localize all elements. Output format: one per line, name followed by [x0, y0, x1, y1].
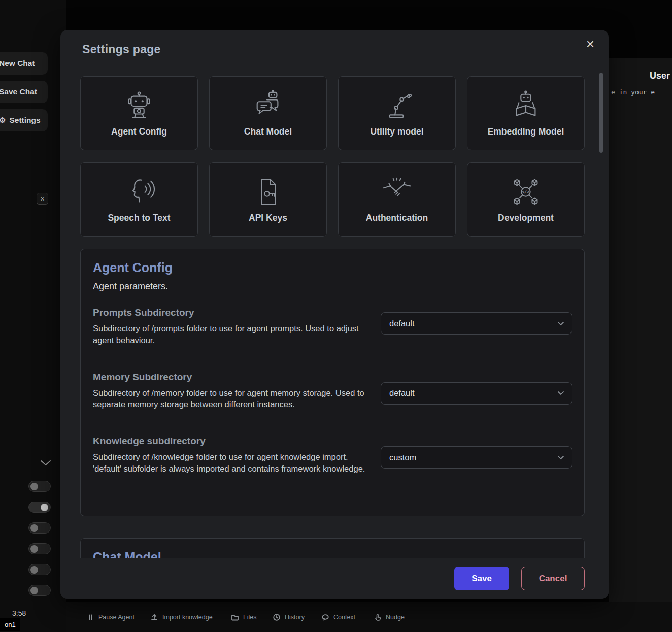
memory-subdirectory-select[interactable]: default: [381, 382, 572, 405]
chat-user-heading: User: [650, 71, 670, 81]
toolbar-label: Context: [333, 614, 355, 621]
settings-button[interactable]: ⚙ Settings: [0, 109, 48, 131]
sidebar-toggle[interactable]: [28, 585, 51, 596]
context-bubble-icon: [321, 613, 329, 621]
gear-icon: ⚙: [0, 116, 6, 125]
chat-panel: User e in your e: [609, 58, 672, 602]
sidebar-toggle[interactable]: [28, 522, 51, 534]
tab-label: Development: [498, 213, 554, 223]
tab-label: Agent Config: [111, 126, 167, 137]
toggle-knob: [30, 566, 38, 574]
svg-text:</>: </>: [522, 189, 530, 194]
toolbar-label: History: [285, 614, 305, 621]
tab-speech-to-text[interactable]: Speech to Text: [80, 162, 198, 237]
sidebar-close-icon[interactable]: ×: [37, 193, 48, 205]
pause-agent-button[interactable]: Pause Agent: [86, 602, 135, 632]
modal-footer: Save Cancel: [60, 558, 609, 599]
toolbar-label: Import knowledge: [162, 614, 213, 621]
chevron-down-icon[interactable]: [40, 459, 51, 468]
section-subtitle: Agent parameters.: [93, 281, 572, 292]
tab-label: Chat Model: [244, 126, 292, 137]
toggle-knob: [30, 524, 38, 532]
select-value: default: [389, 319, 415, 328]
new-chat-button[interactable]: New Chat: [0, 52, 48, 75]
context-button[interactable]: Context: [321, 602, 355, 632]
tab-authentication[interactable]: Authentication: [338, 162, 456, 237]
document-key-icon: [252, 176, 284, 208]
field-description: Subdirectory of /memory folder to use fo…: [93, 387, 375, 411]
import-knowledge-button[interactable]: Import knowledge: [150, 602, 213, 632]
pause-icon: [86, 613, 94, 621]
hand-icon: [374, 613, 382, 621]
tab-api-keys[interactable]: API Keys: [209, 162, 327, 237]
save-chat-label: Save Chat: [0, 87, 37, 96]
tab-label: Utility model: [370, 126, 423, 137]
field-label: Memory Subdirectory: [93, 372, 375, 383]
modal-scrollbar-thumb[interactable]: [599, 73, 603, 153]
corner-label: on1: [0, 618, 20, 631]
upload-icon: [150, 613, 158, 621]
close-glyph: ×: [40, 195, 44, 203]
nudge-button[interactable]: Nudge: [374, 602, 405, 632]
tab-agent-config[interactable]: Agent Config: [80, 76, 198, 150]
toggle-knob: [41, 504, 48, 511]
field-memory-subdirectory: Memory Subdirectory Subdirectory of /mem…: [93, 372, 572, 411]
robot-book-icon: [510, 90, 542, 121]
robot-icon: [123, 90, 155, 121]
clock-icon: [273, 613, 281, 621]
select-value: default: [389, 388, 415, 398]
sidebar-toggle[interactable]: [28, 502, 51, 513]
tab-label: Embedding Model: [488, 126, 564, 137]
handshake-icon: [381, 176, 413, 208]
toggle-knob: [30, 587, 38, 594]
chat-bubbles-icon: [252, 90, 284, 121]
app-root: New Chat Save Chat ⚙ Settings × 3:58 on1…: [0, 0, 672, 632]
chevron-down-icon: [557, 321, 564, 326]
tab-embedding-model[interactable]: Embedding Model: [467, 76, 585, 150]
settings-modal: Settings page × Agent Config: [60, 30, 609, 599]
knowledge-subdirectory-select[interactable]: custom: [381, 446, 572, 469]
clock-time: 3:58: [12, 609, 26, 617]
modal-title: Settings page: [82, 43, 161, 56]
chevron-down-icon: [557, 455, 564, 460]
toolbar-label: Nudge: [386, 614, 405, 621]
tab-label: API Keys: [249, 213, 287, 223]
files-button[interactable]: Files: [231, 602, 256, 632]
agent-config-section: Agent Config Agent parameters. Prompts S…: [80, 249, 585, 516]
sidebar-toggle[interactable]: [28, 481, 51, 492]
robot-arm-icon: [381, 90, 413, 121]
toggle-knob: [30, 483, 38, 490]
user-message-text: e in your e: [611, 88, 655, 96]
settings-label: Settings: [9, 116, 40, 125]
field-description: Subdirectory of /knowledge folder to use…: [93, 451, 375, 475]
tab-chat-model[interactable]: Chat Model: [209, 76, 327, 150]
section-title: Agent Config: [93, 260, 572, 275]
speech-profile-icon: [123, 176, 155, 208]
toolbar-label: Pause Agent: [98, 614, 135, 621]
field-prompts-subdirectory: Prompts Subdirectory Subdirectory of /pr…: [93, 307, 572, 346]
history-button[interactable]: History: [273, 602, 305, 632]
modal-close-icon[interactable]: ×: [586, 37, 594, 51]
sidebar-toggle[interactable]: [28, 543, 51, 554]
select-value: custom: [389, 453, 416, 462]
prompts-subdirectory-select[interactable]: default: [381, 312, 572, 335]
save-chat-button[interactable]: Save Chat: [0, 81, 48, 103]
tab-development[interactable]: </> Development: [467, 162, 585, 237]
toggle-knob: [30, 545, 38, 553]
cancel-button[interactable]: Cancel: [521, 567, 585, 590]
settings-tabs: Agent Config Chat Model: [80, 76, 585, 237]
bottom-toolbar: Pause Agent Import knowledge Files Histo…: [66, 602, 672, 632]
tab-label: Speech to Text: [108, 213, 170, 223]
tab-utility-model[interactable]: Utility model: [338, 76, 456, 150]
field-knowledge-subdirectory: Knowledge subdirectory Subdirectory of /…: [93, 436, 572, 475]
new-chat-label: New Chat: [0, 59, 35, 68]
toolbar-label: Files: [243, 614, 256, 621]
sidebar-toggle[interactable]: [28, 564, 51, 575]
tab-label: Authentication: [366, 213, 428, 223]
field-label: Knowledge subdirectory: [93, 436, 375, 447]
folder-icon: [231, 613, 239, 621]
field-description: Subdirectory of /prompts folder to use f…: [93, 323, 375, 346]
save-button[interactable]: Save: [454, 567, 509, 590]
field-label: Prompts Subdirectory: [93, 307, 375, 318]
chevron-down-icon: [557, 391, 564, 395]
